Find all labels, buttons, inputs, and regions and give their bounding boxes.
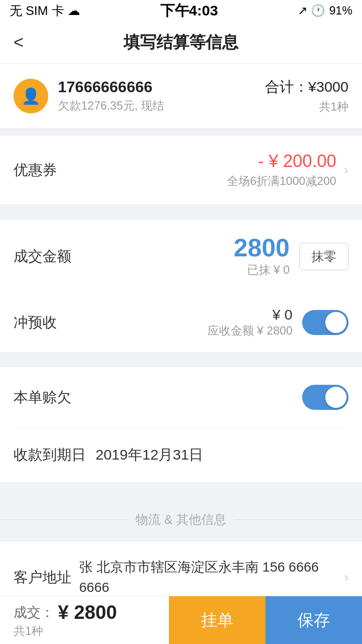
prepay-right: ¥ 0 应收金额 ¥ 2800 [208,307,348,338]
hold-button[interactable]: 挂单 [169,596,265,644]
prepay-value: ¥ 0 [208,307,292,323]
coupon-discount: - ¥ 200.00 [227,151,336,171]
back-button[interactable]: < [14,32,24,53]
bottom-info: 成交： ¥ 2800 共1种 [0,602,169,639]
bottom-bar: 成交： ¥ 2800 共1种 挂单 保存 [0,596,362,644]
transaction-label: 成交金额 [14,247,71,266]
divider-2 [0,360,362,367]
sep-line-right [234,519,362,520]
total-label: 合计： [265,79,308,95]
page-title: 填写结算等信息 [124,31,238,54]
debt-toggle[interactable] [302,385,348,410]
address-value: 张 北京市市辖区海淀区永丰南 156 6666 6666 [71,557,344,598]
total-value: ¥3000 [308,79,348,95]
sim-status: 无 SIM 卡 ☁ [10,2,80,19]
due-date-row: 收款到期日 2019年12月31日 [14,427,348,482]
coupon-label: 优惠券 [14,160,57,180]
transaction-right: 2800 已抹 ¥ 0 抹零 [234,235,348,278]
item-count: 共1种 [265,99,348,114]
customer-section: 👤 17666666666 欠款1276.35元, 现结 合计：¥3000 共1… [0,64,362,128]
customer-info: 17666666666 欠款1276.35元, 现结 [58,78,164,113]
address-chevron-icon: › [344,570,348,585]
bottom-prefix: 成交： [14,603,54,622]
prepay-label: 冲预收 [14,313,57,333]
save-button[interactable]: 保存 [265,596,362,644]
customer-phone: 17666666666 [58,78,164,96]
nav-bar: < 填写结算等信息 [0,21,362,64]
status-bar: 无 SIM 卡 ☁ 下午4:03 ↗ 🕐 91% [0,0,362,21]
customer-left: 👤 17666666666 欠款1276.35元, 现结 [14,78,164,113]
coupon-row[interactable]: 优惠券 - ¥ 200.00 全场6折满1000减200 › [14,136,348,204]
divider-3 [0,490,362,498]
transaction-row: 成交金额 2800 已抹 ¥ 0 抹零 [14,220,348,293]
transaction-section: 成交金额 2800 已抹 ¥ 0 抹零 冲预收 ¥ 0 应收金额 ¥ 2800 [0,220,362,352]
debt-label: 本单赊欠 [14,388,71,407]
coupon-sub: 全场6折满1000减200 [227,173,336,189]
customer-debt: 欠款1276.35元, 现结 [58,98,164,113]
due-date-label: 收款到期日 [14,445,86,465]
avatar-icon: 👤 [21,87,41,105]
due-date-value: 2019年12月31日 [96,445,203,465]
order-total: 合计：¥3000 [265,77,348,97]
status-time: 下午4:03 [160,1,218,21]
prepay-row: 冲预收 ¥ 0 应收金额 ¥ 2800 [14,293,348,352]
prepay-toggle[interactable] [302,310,348,335]
logistics-label: 物流 & 其他信息 [136,511,226,528]
logistics-separator: 物流 & 其他信息 [0,498,362,542]
bottom-area: 成交： ¥ 2800 共1种 挂单 保存 [0,596,362,644]
avatar: 👤 [14,79,48,113]
battery-level: 91% [329,4,352,17]
debt-section: 本单赊欠 收款到期日 2019年12月31日 [0,367,362,482]
divider-1 [0,212,362,220]
coupon-section: 优惠券 - ¥ 200.00 全场6折满1000减200 › [0,136,362,204]
toggle-knob [325,312,347,333]
customer-right: 合计：¥3000 共1种 [265,77,348,114]
sep-line-left [0,519,128,520]
address-label: 客户地址 [14,568,71,588]
status-left: 无 SIM 卡 ☁ [10,2,80,19]
debt-toggle-knob [325,387,347,408]
debt-row: 本单赊欠 [14,367,348,427]
round-button[interactable]: 抹零 [299,243,348,270]
prepay-sub: 应收金额 ¥ 2800 [208,323,292,338]
status-right: ↗ 🕐 91% [298,4,352,17]
chevron-right-icon: › [344,162,348,178]
bottom-count: 共1种 [14,623,155,639]
battery-icon: ↗ 🕐 [298,4,325,17]
bottom-total: 成交： ¥ 2800 [14,602,155,623]
transaction-amount: 2800 [234,235,290,260]
customer-row: 👤 17666666666 欠款1276.35元, 现结 合计：¥3000 共1… [14,64,348,128]
coupon-right: - ¥ 200.00 全场6折满1000减200 › [227,151,348,189]
bottom-total-value: ¥ 2800 [58,602,117,623]
prepay-value-block: ¥ 0 应收金额 ¥ 2800 [208,307,292,338]
transaction-sub: 已抹 ¥ 0 [234,262,290,278]
